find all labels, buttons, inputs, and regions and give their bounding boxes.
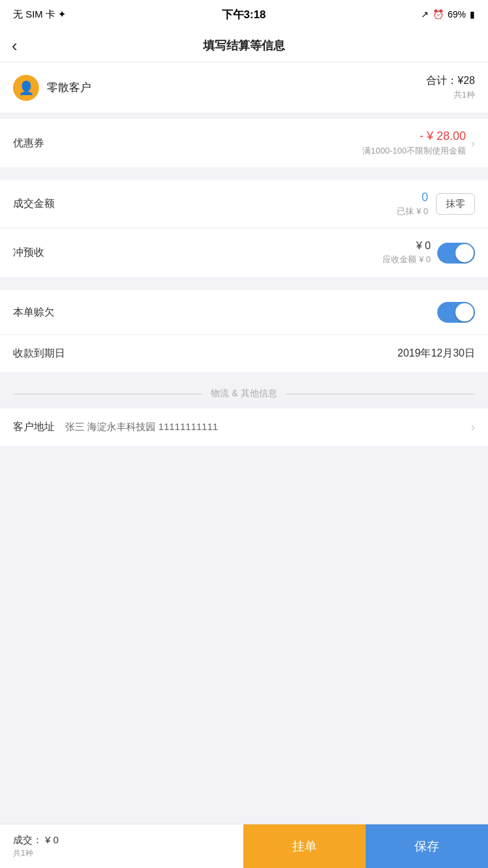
- prepayment-row: 冲预收 ¥ 0 应收金额 ¥ 0: [0, 228, 488, 277]
- chevron-right-icon: ›: [471, 137, 475, 150]
- back-button[interactable]: ‹: [12, 37, 18, 54]
- coupon-right: - ¥ 28.00 满1000-100不限制使用金额 ›: [362, 129, 475, 157]
- prepayment-value: ¥ 0: [416, 240, 431, 251]
- coupon-sub: 满1000-100不限制使用金额: [362, 145, 466, 157]
- status-bar: 无 SIM 卡 ✦ 下午3:18 ↗ ⏰ 69% ▮: [0, 0, 488, 29]
- bottom-transaction-amount: ¥ 0: [45, 834, 59, 845]
- bottom-spacer: [0, 452, 488, 504]
- due-date-label: 收款到期日: [13, 347, 65, 360]
- coupon-section: 优惠券 - ¥ 28.00 满1000-100不限制使用金额 ›: [0, 119, 488, 167]
- address-chevron-icon: ›: [471, 420, 475, 434]
- total-amount: 合计：¥28: [426, 74, 475, 88]
- battery-icon: ▮: [470, 9, 475, 20]
- transaction-label: 成交金额: [13, 197, 55, 211]
- address-section: 客户地址 张三 海淀永丰科技园 11111111111 ›: [0, 409, 488, 446]
- coupon-label: 优惠券: [13, 137, 44, 150]
- prepayment-value-block: ¥ 0 应收金额 ¥ 0: [383, 240, 431, 265]
- address-label: 客户地址: [13, 420, 55, 434]
- address-value: 张三 海淀永丰科技园 11111111111: [65, 421, 466, 433]
- deferred-right: [437, 302, 475, 323]
- total-count: 共1种: [426, 89, 475, 101]
- avatar-icon: 👤: [18, 80, 34, 96]
- bottom-bar: 成交： ¥ 0 共1种 挂单 保存: [0, 824, 488, 868]
- bottom-count: 共1种: [13, 848, 230, 859]
- section-divider-2: [0, 284, 488, 290]
- transaction-value[interactable]: 0: [422, 191, 428, 204]
- deferred-row: 本单赊欠: [0, 290, 488, 334]
- customer-name: 零散客户: [47, 80, 91, 95]
- status-left: 无 SIM 卡 ✦: [13, 8, 66, 21]
- transaction-row: 成交金额 0 已抹 ¥ 0 抹零: [0, 180, 488, 228]
- battery-label: 69%: [448, 9, 466, 20]
- page-title: 填写结算等信息: [203, 38, 285, 53]
- address-row[interactable]: 客户地址 张三 海淀永丰科技园 11111111111 ›: [0, 409, 488, 446]
- prepayment-label: 冲预收: [13, 246, 44, 260]
- coupon-value-block: - ¥ 28.00 满1000-100不限制使用金额: [362, 129, 466, 157]
- status-right: ↗ ⏰ 69% ▮: [421, 9, 475, 20]
- deferred-label: 本单赊欠: [13, 306, 55, 319]
- deferred-toggle[interactable]: [437, 302, 475, 323]
- prepayment-sub: 应收金额 ¥ 0: [383, 254, 431, 265]
- customer-section: 👤 零散客户 合计：¥28 共1种: [0, 62, 488, 113]
- coupon-row[interactable]: 优惠券 - ¥ 28.00 满1000-100不限制使用金额 ›: [0, 119, 488, 167]
- avatar: 👤: [13, 75, 39, 101]
- bottom-transaction: 成交： ¥ 0: [13, 834, 230, 847]
- deferred-toggle-thumb: [455, 303, 474, 321]
- toggle-thumb: [455, 244, 474, 262]
- deferred-section: 本单赊欠 收款到期日 2019年12月30日: [0, 290, 488, 372]
- customer-info: 👤 零散客户: [13, 75, 91, 101]
- customer-total: 合计：¥28 共1种: [426, 74, 475, 101]
- transaction-right: 0 已抹 ¥ 0 抹零: [397, 191, 475, 217]
- logistics-divider: 物流 & 其他信息: [0, 379, 488, 409]
- no-sim-label: 无 SIM 卡 ✦: [13, 8, 66, 21]
- customer-row: 👤 零散客户 合计：¥28 共1种: [0, 62, 488, 113]
- transaction-value-block: 0 已抹 ¥ 0: [397, 191, 428, 217]
- alarm-icon: ⏰: [433, 9, 444, 20]
- status-time: 下午3:18: [222, 7, 266, 22]
- prepayment-toggle[interactable]: [437, 243, 475, 264]
- prepayment-right: ¥ 0 应收金额 ¥ 0: [383, 240, 475, 265]
- transaction-section: 成交金额 0 已抹 ¥ 0 抹零 冲预收 ¥ 0 应收金额 ¥ 0: [0, 180, 488, 277]
- location-icon: ↗: [421, 9, 429, 20]
- round-zero-button[interactable]: 抹零: [436, 193, 475, 215]
- coupon-value: - ¥ 28.00: [362, 129, 466, 143]
- save-button[interactable]: 保存: [366, 824, 488, 869]
- bottom-transaction-label: 成交：: [13, 834, 42, 845]
- due-date-row: 收款到期日 2019年12月30日: [0, 334, 488, 372]
- logistics-label: 物流 & 其他信息: [211, 388, 277, 400]
- transaction-sub: 已抹 ¥ 0: [397, 206, 428, 217]
- nav-bar: ‹ 填写结算等信息: [0, 29, 488, 62]
- bottom-info: 成交： ¥ 0 共1种: [0, 834, 243, 859]
- section-divider-1: [0, 174, 488, 180]
- due-date-value[interactable]: 2019年12月30日: [398, 347, 475, 360]
- hang-button[interactable]: 挂单: [243, 824, 366, 869]
